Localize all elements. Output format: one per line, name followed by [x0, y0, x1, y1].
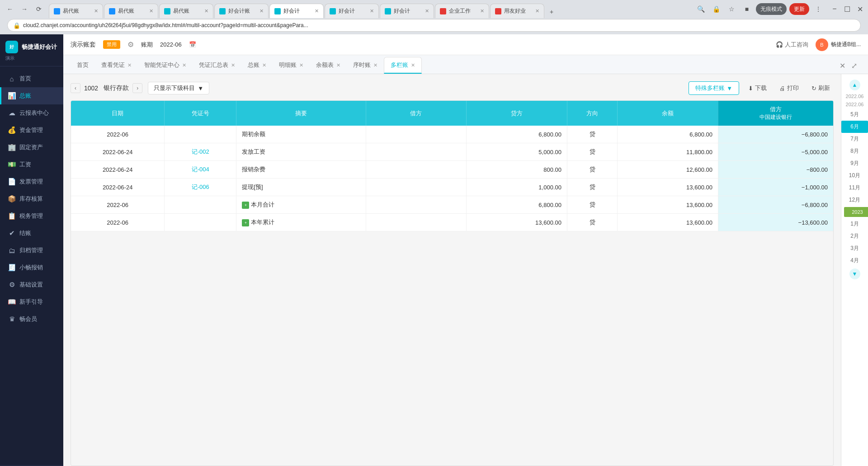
sidebar-item-home[interactable]: ⌂ 首页: [0, 70, 63, 87]
tab-close-icon[interactable]: ✕: [425, 8, 429, 14]
time-scroll-down-button[interactable]: ▼: [849, 268, 860, 279]
browser-tab-t8[interactable]: 企业工作 ✕: [435, 4, 489, 18]
support-button[interactable]: 🎧 人工咨询: [776, 41, 808, 49]
page-tab-close-icon[interactable]: ✕: [373, 62, 377, 68]
address-bar[interactable]: 🔒 cloud2.chanjet.com/accounting/uh26t264…: [7, 19, 861, 32]
multi-col-button[interactable]: 特殊多栏账 ▼: [689, 81, 739, 95]
time-month-2022-9月[interactable]: 9月: [841, 157, 868, 169]
incognito-button[interactable]: 无痕模式: [756, 3, 787, 15]
page-tab-7[interactable]: 序时账✕: [347, 57, 384, 74]
reload-button[interactable]: ⟳: [33, 3, 45, 15]
refresh-button[interactable]: ↻ 刷新: [808, 82, 834, 94]
page-tab-1[interactable]: 查看凭证✕: [95, 57, 138, 74]
sidebar-item-expense[interactable]: 🧾 小畅报销: [0, 259, 63, 276]
demo-badge[interactable]: 禁用: [103, 40, 120, 49]
voucher-link[interactable]: 记-004: [192, 166, 209, 173]
tab-close-icon[interactable]: ✕: [315, 8, 319, 14]
tab-close-icon[interactable]: ✕: [204, 8, 208, 14]
sidebar-item-ledger[interactable]: 📊 总账: [0, 87, 63, 104]
page-tab-close-icon[interactable]: ✕: [182, 62, 186, 68]
time-month-2023-3月[interactable]: 3月: [841, 242, 868, 254]
tab-close-icon[interactable]: ✕: [149, 8, 153, 14]
calendar-icon[interactable]: 📅: [189, 41, 196, 48]
page-tab-2[interactable]: 智能凭证中心✕: [138, 57, 193, 74]
voucher-link[interactable]: 记-006: [192, 184, 209, 190]
sidebar-item-assets[interactable]: 🏢 固定资产: [0, 139, 63, 156]
tab-close-icon[interactable]: ✕: [94, 8, 98, 14]
voucher-cell[interactable]: 记-002: [165, 143, 236, 161]
star-icon[interactable]: ☆: [725, 3, 738, 15]
voucher-link[interactable]: 记-002: [192, 148, 209, 155]
time-month-2022-10月[interactable]: 10月: [841, 169, 868, 182]
page-tab-4[interactable]: 总账✕: [241, 57, 273, 74]
sidebar-item-payroll[interactable]: 💵 工资: [0, 156, 63, 173]
tab-close-icon[interactable]: ✕: [535, 8, 539, 14]
time-month-2023-4月[interactable]: 4月: [841, 254, 868, 267]
time-month-2022-7月[interactable]: 7月: [841, 133, 868, 145]
sidebar-item-inventory[interactable]: 📦 库存核算: [0, 190, 63, 207]
sidebar-item-member[interactable]: ♛ 畅会员: [0, 311, 63, 328]
time-month-2022-12月[interactable]: 12月: [841, 194, 868, 206]
extensions-icon[interactable]: ■: [741, 3, 753, 15]
browser-tab-t5[interactable]: 好会计 ✕: [269, 4, 324, 18]
settings-icon[interactable]: ⚙: [127, 40, 134, 49]
page-tab-close-icon[interactable]: ✕: [336, 62, 340, 68]
sub-filter-dropdown[interactable]: 只显示下级科目 ▼: [148, 82, 209, 94]
voucher-cell[interactable]: 记-006: [165, 179, 236, 196]
ledger-controls: ‹ 1002 银行存款 › 只显示下级科目 ▼ 特殊多栏账 ▼: [71, 81, 834, 95]
browser-tab-t7[interactable]: 好会计 ✕: [380, 4, 434, 18]
forward-button[interactable]: →: [18, 3, 31, 15]
shield-icon[interactable]: 🔒: [710, 3, 722, 15]
next-account-button[interactable]: ›: [132, 83, 142, 93]
sidebar-item-closing[interactable]: ✔ 结账: [0, 225, 63, 242]
page-tab-5[interactable]: 明细账✕: [273, 57, 310, 74]
update-button[interactable]: 更新: [789, 3, 809, 15]
tab-close-icon[interactable]: ✕: [370, 8, 374, 14]
sidebar-item-label: 发票管理: [19, 178, 43, 186]
time-month-2022-5月[interactable]: 5月: [841, 108, 868, 121]
sidebar-item-guide[interactable]: 📖 新手引导: [0, 293, 63, 311]
time-scroll-up-button[interactable]: ▲: [849, 80, 860, 90]
close-panel-button[interactable]: ✕ ⤢: [836, 58, 861, 74]
user-info[interactable]: B 畅捷通B组...: [816, 38, 861, 51]
time-month-2022-11月[interactable]: 11月: [841, 182, 868, 194]
browser-tab-t2[interactable]: 易代账 ✕: [104, 4, 158, 18]
browser-tab-t4[interactable]: 好会计账 ✕: [214, 4, 269, 18]
close-button[interactable]: ✕: [855, 5, 864, 14]
page-tab-3[interactable]: 凭证汇总表✕: [193, 57, 241, 74]
minimize-button[interactable]: −: [830, 5, 839, 14]
more-options-icon[interactable]: ⋮: [812, 3, 825, 15]
sidebar-item-reports[interactable]: ☁ 云报表中心: [0, 104, 63, 122]
time-month-2022-8月[interactable]: 8月: [841, 145, 868, 157]
sidebar-item-invoice[interactable]: 📄 发票管理: [0, 173, 63, 190]
browser-tab-t3[interactable]: 易代账 ✕: [159, 4, 213, 18]
page-tab-0[interactable]: 首页: [71, 57, 95, 74]
sidebar-item-tax[interactable]: 📋 税务管理: [0, 207, 63, 225]
new-tab-button[interactable]: +: [545, 5, 558, 18]
back-button[interactable]: ←: [4, 3, 16, 15]
browser-tab-t1[interactable]: 易代账 ✕: [49, 4, 103, 18]
maximize-button[interactable]: ☐: [843, 5, 852, 14]
tab-close-icon[interactable]: ✕: [259, 8, 264, 14]
sidebar-item-settings[interactable]: ⚙ 基础设置: [0, 276, 63, 293]
sidebar-item-funds[interactable]: 💰 资金管理: [0, 122, 63, 139]
browser-tab-t6[interactable]: 好会计 ✕: [325, 4, 379, 18]
sidebar-item-archive[interactable]: 🗂 归档管理: [0, 242, 63, 259]
page-tab-close-icon[interactable]: ✕: [299, 62, 303, 68]
tab-close-icon[interactable]: ✕: [480, 8, 484, 14]
time-month-2023-2月[interactable]: 2月: [841, 230, 868, 242]
voucher-cell[interactable]: 记-004: [165, 161, 236, 179]
page-tab-close-icon[interactable]: ✕: [127, 62, 132, 68]
page-tab-close-icon[interactable]: ✕: [262, 62, 266, 68]
search-icon[interactable]: 🔍: [694, 3, 707, 15]
page-tab-6[interactable]: 余额表✕: [310, 57, 347, 74]
time-month-2023-1月[interactable]: 1月: [841, 218, 868, 230]
download-button[interactable]: ⬇ 下载: [745, 82, 770, 94]
browser-tab-t9[interactable]: 用友好业 ✕: [490, 4, 544, 18]
page-tab-close-icon[interactable]: ✕: [231, 62, 235, 68]
prev-account-button[interactable]: ‹: [71, 83, 80, 93]
time-month-2022-6月[interactable]: 6月: [841, 121, 868, 133]
page-tab-close-icon[interactable]: ✕: [411, 62, 415, 68]
print-button[interactable]: 🖨 打印: [776, 82, 802, 94]
page-tab-8[interactable]: 多栏账✕: [384, 57, 422, 74]
